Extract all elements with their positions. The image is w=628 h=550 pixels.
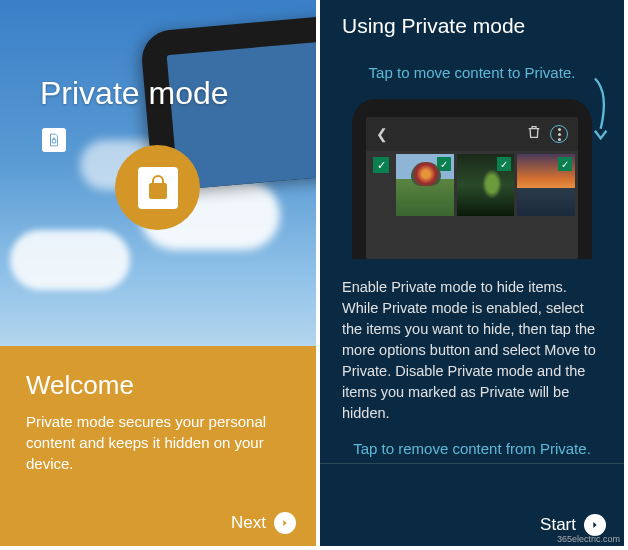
- delete-icon[interactable]: [526, 124, 542, 144]
- welcome-card: Welcome Private mode secures your person…: [0, 346, 316, 546]
- watermark: 365electric.com: [557, 534, 620, 544]
- chevron-right-icon: [274, 512, 296, 534]
- tutorial-panel: Using Private mode Tap to move content t…: [320, 0, 624, 546]
- more-options-icon[interactable]: [550, 125, 568, 143]
- sky-background: Private mode Welcome Private mode secure…: [0, 0, 316, 546]
- folder-lock-icon: [138, 167, 178, 209]
- private-mode-icon: [115, 145, 200, 230]
- welcome-panel: Private mode Welcome Private mode secure…: [0, 0, 316, 546]
- gallery-thumbnail[interactable]: ✓: [517, 154, 575, 216]
- select-all-checkbox[interactable]: ✓: [369, 154, 393, 216]
- welcome-description: Private mode secures your personal conte…: [26, 411, 290, 474]
- welcome-heading: Welcome: [26, 370, 290, 401]
- checkmark-icon: ✓: [558, 157, 572, 171]
- gallery-grid: ✓ ✓ ✓ ✓: [366, 151, 578, 219]
- phone-demo-illustration: ❮ ✓ ✓ ✓ ✓: [352, 99, 592, 259]
- checkmark-icon: ✓: [437, 157, 451, 171]
- next-button[interactable]: Next: [231, 512, 296, 534]
- cloud-decoration: [10, 230, 130, 290]
- page-title: Private mode: [40, 75, 229, 112]
- gallery-screen: ❮ ✓ ✓ ✓ ✓: [366, 117, 578, 259]
- chevron-right-icon: [584, 514, 606, 536]
- gallery-thumbnail[interactable]: ✓: [457, 154, 515, 216]
- start-label: Start: [540, 515, 576, 535]
- next-label: Next: [231, 513, 266, 533]
- checkmark-icon: ✓: [497, 157, 511, 171]
- tutorial-description: Enable Private mode to hide items. While…: [320, 259, 624, 432]
- hint-remove-from-private: Tap to remove content from Private.: [320, 432, 624, 463]
- gallery-toolbar: ❮: [366, 117, 578, 151]
- page-title: Using Private mode: [320, 0, 624, 46]
- back-icon[interactable]: ❮: [376, 126, 388, 142]
- divider: [320, 463, 624, 464]
- start-button[interactable]: Start: [540, 514, 606, 536]
- private-badge-small-icon: [42, 128, 66, 152]
- hint-move-to-private: Tap to move content to Private.: [320, 46, 624, 91]
- gallery-thumbnail[interactable]: ✓: [396, 154, 454, 216]
